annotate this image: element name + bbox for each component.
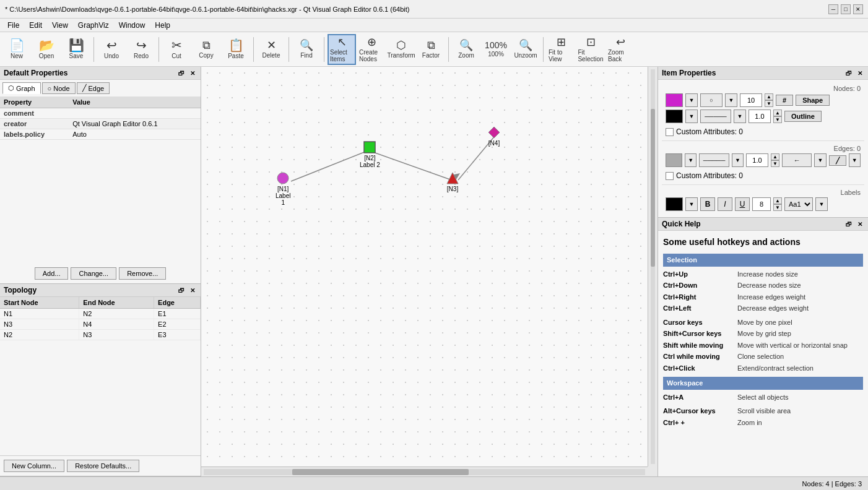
nodes-shape-selector[interactable]: ○ [700, 93, 723, 107]
tab-node[interactable]: ○ Node [42, 82, 76, 94]
select-button[interactable]: ↖ Select Items [328, 34, 356, 65]
menu-graphviz[interactable]: GraphViz [73, 20, 114, 31]
add-button[interactable]: Add... [35, 267, 69, 280]
nodes-color-swatch[interactable] [666, 93, 683, 107]
menu-window[interactable]: Window [114, 20, 150, 31]
labels-size-up[interactable]: ▲ [773, 197, 782, 204]
help-desc: Move by one pixel [737, 317, 792, 328]
edges-color-dropdown[interactable]: ▼ [685, 153, 697, 167]
topology-close-button[interactable]: ✕ [188, 287, 197, 294]
unzoom-button[interactable]: 🔍 Unzoom [511, 34, 540, 65]
minimize-button[interactable]: ─ [828, 4, 838, 14]
topology-restore-button[interactable]: 🗗 [176, 287, 186, 294]
paste-button[interactable]: 📋 Paste [222, 34, 250, 65]
nodes-custom-attr-checkbox[interactable] [666, 128, 674, 136]
panel-close-button[interactable]: ✕ [188, 70, 197, 77]
menu-view[interactable]: View [47, 20, 73, 31]
v-scrollbar-track[interactable] [651, 69, 655, 464]
edges-line-selector[interactable]: ───── [699, 153, 729, 167]
find-button[interactable]: 🔍 Find [292, 34, 321, 65]
labels-font-style-selector[interactable]: Aa1 [784, 197, 813, 211]
delete-button[interactable]: ✕ Delete [257, 34, 285, 65]
cut-button[interactable]: ✂ Cut [162, 34, 191, 65]
edges-endpoint-button[interactable]: ╱ [829, 155, 846, 166]
nodes-line-dropdown[interactable]: ▼ [734, 110, 746, 123]
tab-graph[interactable]: ⬡ Graph [2, 82, 41, 94]
change-button[interactable]: Change... [71, 267, 116, 280]
nodes-outline-up[interactable]: ▲ [773, 110, 782, 116]
menu-file[interactable]: File [2, 20, 24, 31]
labels-size-down[interactable]: ▼ [773, 204, 782, 211]
labels-underline-button[interactable]: U [735, 197, 750, 211]
quick-help-restore[interactable]: 🗗 [844, 221, 854, 228]
prop-value-labelspolicy[interactable]: Auto [69, 129, 201, 140]
nodes-outline-color-swatch[interactable] [666, 110, 683, 123]
zoom-100-button[interactable]: 100% 100% [482, 34, 510, 65]
transform-button[interactable]: ⬡ Transform [387, 34, 415, 65]
nodes-shape-dropdown[interactable]: ▼ [725, 93, 737, 107]
nodes-outline-color-dropdown[interactable]: ▼ [685, 110, 698, 123]
edges-width-down[interactable]: ▼ [771, 160, 779, 167]
labels-bold-button[interactable]: B [700, 197, 715, 211]
menu-help[interactable]: Help [150, 20, 175, 31]
remove-button[interactable]: Remove... [119, 267, 166, 280]
close-button[interactable]: ✕ [853, 4, 863, 14]
edges-width-input[interactable] [746, 153, 768, 167]
nodes-size-down[interactable]: ▼ [765, 100, 773, 107]
nodes-hash-button[interactable]: # [776, 95, 793, 106]
edges-arrow-dropdown[interactable]: ▼ [814, 153, 826, 167]
redo-button[interactable]: ↪ Redo [127, 34, 155, 65]
factor-button[interactable]: ⧉ Factor [417, 34, 445, 65]
labels-color-swatch[interactable] [666, 197, 683, 211]
nodes-outline-button[interactable]: Outline [784, 111, 822, 122]
h-scrollbar-thumb[interactable] [292, 469, 469, 475]
nodes-outline-down[interactable]: ▼ [773, 116, 782, 123]
nodes-color-dropdown[interactable]: ▼ [685, 93, 698, 107]
graph-node-n3[interactable]: [N3] [446, 172, 459, 192]
fit-to-view-button[interactable]: ⊞ Fit to View [547, 34, 575, 65]
edges-custom-attr-checkbox[interactable] [666, 172, 674, 180]
prop-value-comment[interactable] [69, 108, 201, 119]
nodes-outline-width-input[interactable] [749, 110, 771, 123]
labels-color-dropdown[interactable]: ▼ [685, 197, 698, 211]
tab-edge[interactable]: ╱ Edge [77, 82, 110, 94]
h-scrollbar-track[interactable] [204, 469, 645, 475]
copy-button[interactable]: ⧉ Copy [192, 34, 220, 65]
open-button[interactable]: 📂 Open [32, 34, 61, 65]
save-button[interactable]: 💾 Save [62, 34, 90, 65]
fit-selection-button[interactable]: ⊡ Fit Selection [576, 34, 605, 65]
panel-restore-button[interactable]: 🗗 [176, 70, 186, 77]
labels-font-size-input[interactable] [752, 197, 771, 211]
quick-help-close[interactable]: ✕ [856, 221, 864, 228]
graph-canvas[interactable]: [N1]Label1 [N2]Label 2 [N3] [201, 67, 648, 466]
zoom-back-button[interactable]: ↩ Zoom Back [606, 34, 635, 65]
prop-value-creator[interactable]: Qt Visual Graph Editor 0.6.1 [69, 119, 201, 129]
edges-width-up[interactable]: ▲ [771, 153, 779, 160]
nodes-line-selector[interactable]: ───── [700, 110, 731, 123]
maximize-button[interactable]: □ [841, 4, 851, 14]
vertical-scrollbar[interactable] [648, 67, 658, 466]
restore-defaults-button[interactable]: Restore Defaults... [67, 460, 139, 472]
labels-italic-button[interactable]: I [718, 197, 732, 211]
nodes-size-input[interactable] [740, 93, 762, 107]
graph-node-n2[interactable]: [N2]Label 2 [360, 141, 380, 168]
undo-button[interactable]: ↩ Undo [97, 34, 126, 65]
edges-color-swatch[interactable] [666, 153, 682, 167]
nodes-shape-button[interactable]: Shape [796, 95, 830, 106]
edges-arrow-selector[interactable]: ← [782, 153, 812, 167]
v-scrollbar-thumb[interactable] [651, 109, 655, 267]
nodes-size-up[interactable]: ▲ [765, 93, 773, 100]
graph-node-n4[interactable]: [N4] [488, 126, 500, 147]
create-nodes-button[interactable]: ⊕ Create Nodes [357, 34, 386, 65]
zoom-in-button[interactable]: 🔍 Zoom [452, 34, 480, 65]
horizontal-scrollbar[interactable] [201, 466, 648, 476]
item-props-close[interactable]: ✕ [856, 70, 864, 77]
labels-style-dropdown[interactable]: ▼ [815, 197, 828, 211]
menu-edit[interactable]: Edit [24, 20, 47, 31]
edges-endpoint-dropdown[interactable]: ▼ [849, 153, 861, 167]
new-button[interactable]: 📄 New [2, 34, 31, 65]
item-props-restore[interactable]: 🗗 [844, 70, 854, 77]
graph-node-n1[interactable]: [N1]Label1 [276, 172, 290, 206]
edges-line-dropdown[interactable]: ▼ [732, 153, 744, 167]
new-column-button[interactable]: New Column... [4, 460, 64, 472]
